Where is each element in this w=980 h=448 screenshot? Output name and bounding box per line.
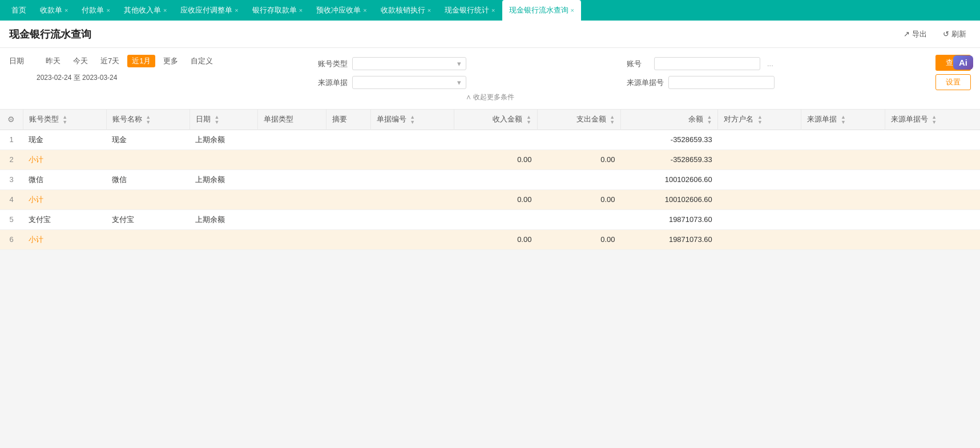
table-row: 1 现金 现金 上期余额 -3528659.33 [0, 130, 980, 150]
date-opt-7days[interactable]: 近7天 [96, 55, 124, 67]
account-type-select[interactable]: ▾ [352, 57, 466, 70]
account-type-label: 账号类型 [318, 59, 348, 69]
cell-account-type: 支付宝 [23, 209, 106, 229]
sort-balance[interactable]: ▲▼ [707, 115, 712, 125]
cell-source-doc [801, 169, 885, 189]
cell-balance: 100102606.60 [621, 169, 718, 189]
cell-doc-no [370, 130, 454, 150]
nav-adjust[interactable]: 应收应付调整单 × [174, 0, 245, 21]
account-input[interactable] [654, 57, 760, 70]
sort-income[interactable]: ▲▼ [526, 115, 531, 125]
nav-shoukuandan[interactable]: 收款单 × [33, 0, 75, 21]
cell-income [454, 130, 537, 150]
export-button[interactable]: ↗ 导出 [899, 27, 931, 42]
th-date: 日期 ▲▼ [189, 110, 257, 130]
sort-expense[interactable]: ▲▼ [610, 115, 615, 125]
th-summary: 摘要 [326, 110, 371, 130]
top-nav: 首页 收款单 × 付款单 × 其他收入单 × 应收应付调整单 × 银行存取款单 … [0, 0, 980, 21]
cell-expense [537, 169, 620, 189]
cell-source-doc-no [885, 130, 980, 150]
cell-source-doc [801, 150, 885, 169]
th-expense: 支出金额 ▲▼ [537, 110, 620, 130]
gear-icon[interactable]: ⚙ [7, 115, 15, 124]
cell-summary [326, 189, 371, 209]
table-row: 3 微信 微信 上期余额 100102606.60 [0, 169, 980, 189]
nav-close-cashflow[interactable]: × [571, 7, 574, 14]
nav-close-adjust[interactable]: × [235, 7, 238, 14]
nav-close-verification[interactable]: × [428, 7, 431, 14]
th-account-type: 账号类型 ▲▼ [23, 110, 106, 130]
table-row: 4 小计 0.00 0.00 100102606.60 [0, 189, 980, 209]
nav-otherin[interactable]: 其他收入单 × [117, 0, 174, 21]
date-opt-1month[interactable]: 近1月 [127, 55, 155, 67]
nav-close-shoukuandan[interactable]: × [64, 7, 68, 14]
sort-source-doc[interactable]: ▲▼ [841, 115, 846, 125]
cell-source-doc-no [885, 150, 980, 169]
cell-seq: 1 [0, 130, 23, 150]
sort-date[interactable]: ▲▼ [214, 115, 219, 125]
sort-doc-no[interactable]: ▲▼ [410, 115, 415, 125]
cell-expense [537, 130, 620, 150]
cell-summary [326, 130, 371, 150]
ai-badge[interactable]: Ai [953, 55, 973, 70]
refresh-icon: ↺ [943, 30, 949, 38]
cell-income: 0.00 [454, 150, 537, 169]
date-opt-yesterday[interactable]: 昨天 [41, 55, 65, 67]
sort-counterparty[interactable]: ▲▼ [757, 115, 763, 125]
cell-summary [326, 229, 371, 249]
source-doc-select[interactable]: ▾ [352, 76, 466, 89]
nav-statistics[interactable]: 现金银行统计 × [438, 0, 502, 21]
cell-date: 上期余额 [189, 130, 257, 150]
cell-doc-no [370, 189, 454, 209]
cell-income: 0.00 [454, 229, 537, 249]
nav-home[interactable]: 首页 [5, 0, 33, 21]
cell-expense [537, 209, 620, 229]
nav-verification[interactable]: 收款核销执行 × [374, 0, 438, 21]
chevron-down-icon2: ▾ [457, 78, 461, 87]
source-doc-no-input[interactable] [668, 76, 775, 89]
cell-counterparty [718, 209, 801, 229]
collapse-bar[interactable]: ∧ 收起更多条件 [9, 90, 971, 104]
cell-balance: 100102606.60 [621, 189, 718, 209]
nav-fukuandan[interactable]: 付款单 × [75, 0, 116, 21]
cell-source-doc [801, 229, 885, 249]
th-doc-type: 单据类型 [257, 110, 326, 130]
cell-balance: 19871073.60 [621, 209, 718, 229]
nav-close-otherin[interactable]: × [163, 7, 167, 14]
nav-prepay[interactable]: 预收冲应收单 × [309, 0, 373, 21]
settings-button[interactable]: 设置 [935, 74, 971, 90]
cell-summary [326, 169, 371, 189]
cell-account-name: 支付宝 [106, 209, 189, 229]
th-settings: ⚙ [0, 110, 23, 130]
cell-doc-type [257, 169, 326, 189]
cell-counterparty [718, 150, 801, 169]
sort-account-name[interactable]: ▲▼ [146, 115, 151, 125]
cell-date [189, 189, 257, 209]
account-label: 账号 [627, 59, 650, 69]
source-doc-label: 来源单据 [318, 78, 348, 88]
cell-account-type: 小计 [23, 189, 106, 209]
th-balance: 余额 ▲▼ [621, 110, 718, 130]
date-opt-more[interactable]: 更多 [159, 55, 183, 67]
th-source-doc-no: 来源单据号 ▲▼ [885, 110, 980, 130]
refresh-button[interactable]: ↺ 刷新 [938, 27, 971, 42]
date-label: 日期 [9, 56, 32, 66]
nav-close-prepay[interactable]: × [363, 7, 366, 14]
date-options: 昨天 今天 近7天 近1月 更多 自定义 [41, 55, 217, 67]
cell-source-doc [801, 209, 885, 229]
sort-account-type[interactable]: ▲▼ [62, 115, 67, 125]
nav-close-bankdeposit[interactable]: × [299, 7, 303, 14]
account-dots[interactable]: ... [765, 59, 776, 68]
nav-close-fukuandan[interactable]: × [106, 7, 110, 14]
cell-account-name: 微信 [106, 169, 189, 189]
source-doc-no-label: 来源单据号 [627, 78, 664, 88]
nav-bankdeposit[interactable]: 银行存取款单 × [245, 0, 309, 21]
cell-counterparty [718, 229, 801, 249]
nav-close-statistics[interactable]: × [491, 7, 495, 14]
date-opt-custom[interactable]: 自定义 [186, 55, 217, 67]
sort-source-doc-no[interactable]: ▲▼ [931, 115, 937, 125]
page-header: 现金银行流水查询 ↗ 导出 ↺ 刷新 [0, 21, 980, 48]
nav-cashflow[interactable]: 现金银行流水查询 × [502, 0, 581, 21]
date-opt-today[interactable]: 今天 [68, 55, 92, 67]
cell-source-doc-no [885, 209, 980, 229]
